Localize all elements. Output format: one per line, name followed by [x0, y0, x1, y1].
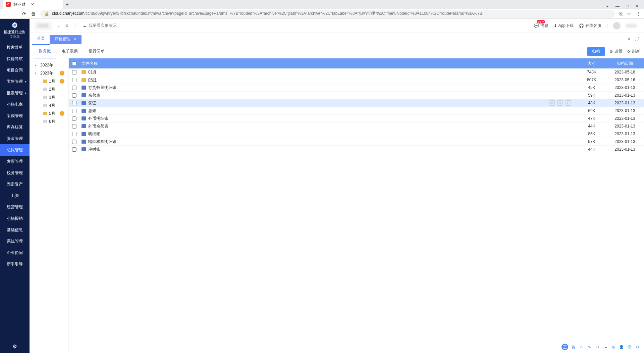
sidebar-item[interactable]: 搜索菜单	[0, 42, 30, 53]
subtab-invoice[interactable]: 电子发票	[56, 45, 83, 58]
download-button[interactable]: ⬇ App下载	[554, 23, 574, 29]
minimize-icon[interactable]: —	[615, 4, 620, 9]
subtab-bank[interactable]: 银行回单	[83, 45, 110, 58]
sidebar-item[interactable]: 库存核算	[0, 121, 30, 133]
gear-icon[interactable]: ⚙	[65, 23, 69, 28]
sidebar-item[interactable]: 总账管理	[0, 144, 30, 156]
org-selector[interactable]: XXXX	[34, 22, 52, 30]
row-checkbox[interactable]	[72, 116, 76, 121]
row-checkbox[interactable]	[72, 147, 76, 152]
ime-icon[interactable]: ✂	[594, 344, 600, 350]
close-window-icon[interactable]: ✕	[635, 4, 639, 9]
archive-button[interactable]: 归档	[587, 47, 605, 56]
demo-link[interactable]: ☁ 我要看实例演示	[83, 23, 117, 29]
sidebar-item[interactable]: 资金管理	[0, 133, 30, 144]
row-checkbox[interactable]	[72, 78, 76, 82]
sidebar-item[interactable]: 经营管理	[0, 201, 30, 213]
ime-icon[interactable]: 👕	[627, 344, 633, 350]
sidebar-item[interactable]: 发票管理	[0, 156, 30, 167]
row-checkbox[interactable]	[72, 109, 76, 113]
select-all-checkbox[interactable]	[72, 61, 76, 66]
table-row[interactable]: 辅助核算明细账57K2023-01-13	[69, 138, 644, 146]
tree-month-1[interactable]: 1月 !	[31, 77, 67, 85]
ime-icon[interactable]: ✎	[586, 344, 592, 350]
tree-year-2022[interactable]: ▸ 2022年	[31, 61, 67, 69]
sidebar-item[interactable]: 采购管理	[0, 110, 30, 121]
row-action-icon[interactable]: ⎙	[557, 100, 563, 106]
avatar[interactable]	[613, 22, 621, 30]
trash-icon[interactable]: 🗑	[31, 11, 36, 16]
file-name[interactable]: 01月	[88, 70, 97, 74]
tree-month-4[interactable]: 4月	[31, 101, 67, 109]
close-tab-icon[interactable]: ✕	[31, 2, 34, 7]
forward-icon[interactable]: →	[13, 11, 17, 16]
sidebar-item[interactable]: 固定资产	[0, 179, 30, 190]
sidebar-item[interactable]: 工资	[0, 190, 30, 201]
tab-archive[interactable]: 归档管理 ✕	[50, 35, 82, 44]
down-icon[interactable]: ⏷	[605, 4, 609, 9]
subtab-finance[interactable]: 财务账	[34, 45, 56, 58]
messages-button[interactable]: 99 + 💬 消息	[534, 23, 548, 29]
close-all-icon[interactable]: ✕	[627, 37, 631, 41]
settings-link[interactable]: ⚙ 设置	[609, 49, 623, 54]
table-row[interactable]: 序时账44K2023-01-13	[69, 146, 644, 153]
back-icon[interactable]: ←	[3, 11, 8, 16]
sidebar-item[interactable]: 企业协同	[0, 247, 30, 258]
table-row[interactable]: 凭证⎘⎙⊡48K2023-01-13	[69, 99, 644, 107]
table-row[interactable]: 外币余额表44K2023-01-13	[69, 122, 644, 130]
file-name[interactable]: 05月	[88, 78, 97, 82]
table-row[interactable]: 明细账85K2023-01-13	[69, 130, 644, 138]
menu-icon[interactable]: ⋮	[636, 11, 641, 16]
tree-year-2023[interactable]: ▾ 2023年 !	[31, 69, 67, 77]
row-action-icon[interactable]: ⎘	[549, 100, 555, 106]
sidebar-item[interactable]: 零售管理	[0, 76, 30, 87]
sidebar-item[interactable]: 税务管理	[0, 167, 30, 179]
table-row[interactable]: 总账69K2023-01-13	[69, 107, 644, 115]
url-bar[interactable]: 🔒 cloud.chanjet.com/cc/u6d89qwnryel/57bf…	[40, 10, 615, 18]
refresh-link[interactable]: ⟳ 刷新	[627, 49, 640, 54]
ime-main-icon[interactable]: 王	[561, 344, 568, 350]
fullscreen-icon[interactable]: ⛶	[635, 37, 639, 41]
ime-icon[interactable]: ☁	[602, 344, 608, 350]
star-icon[interactable]: ☆	[627, 11, 631, 16]
tree-month-3[interactable]: 3月	[31, 93, 67, 101]
new-tab-button[interactable]: +	[63, 1, 71, 9]
row-checkbox[interactable]	[72, 93, 76, 98]
reload-icon[interactable]: ⟳	[22, 11, 26, 16]
ime-lang-icon[interactable]: 英	[570, 344, 576, 350]
install-icon[interactable]: ⎘	[620, 11, 622, 16]
chevron-down-icon[interactable]: ⌄	[57, 24, 60, 28]
tree-month-6[interactable]: 6月	[31, 117, 67, 125]
sidebar-item[interactable]: 批发管理	[0, 87, 30, 99]
table-row[interactable]: 余额表59K2023-01-13	[69, 92, 644, 99]
row-checkbox[interactable]	[72, 70, 76, 74]
sidebar-item[interactable]: 快捷导航	[0, 53, 30, 64]
table-row[interactable]: 05月807K2023-05-16	[69, 76, 644, 84]
sidebar-item[interactable]: 系统管理	[0, 236, 30, 247]
close-tab-icon[interactable]: ✕	[74, 37, 77, 41]
gear-icon[interactable]: ⚙	[12, 343, 17, 350]
ime-icon[interactable]: ⚙	[635, 344, 641, 350]
sidebar-item[interactable]: 小畅电商	[0, 99, 30, 110]
sidebar-item[interactable]: 项目合同	[0, 64, 30, 76]
table-row[interactable]: 存货数量明细账45K2023-01-13	[69, 84, 644, 92]
maximize-icon[interactable]: ▢	[626, 4, 629, 9]
sidebar-item[interactable]: 小畅报销	[0, 213, 30, 224]
row-checkbox[interactable]	[72, 86, 76, 90]
table-row[interactable]: 外币明细账47K2023-01-13	[69, 115, 644, 122]
sidebar-item[interactable]: 新手引导	[0, 258, 30, 270]
row-checkbox[interactable]	[72, 124, 76, 129]
table-row[interactable]: 01月748K2023-05-16	[69, 68, 644, 76]
ime-icon[interactable]: ⊞	[610, 344, 616, 350]
row-checkbox[interactable]	[72, 140, 76, 144]
service-button[interactable]: 🎧 在线客服	[579, 23, 601, 29]
ime-icon[interactable]: ☺	[578, 344, 584, 350]
tab-home[interactable]: 首页	[32, 33, 50, 45]
ime-icon[interactable]: 👤	[619, 344, 625, 350]
browser-tab[interactable]: C 好业财 ✕	[3, 0, 63, 9]
row-checkbox[interactable]	[72, 132, 76, 136]
row-action-icon[interactable]: ⊡	[566, 100, 571, 106]
tree-month-5[interactable]: 5月 !	[31, 109, 67, 117]
sidebar-item[interactable]: 基础信息	[0, 224, 30, 236]
tree-month-2[interactable]: 2月	[31, 85, 67, 93]
